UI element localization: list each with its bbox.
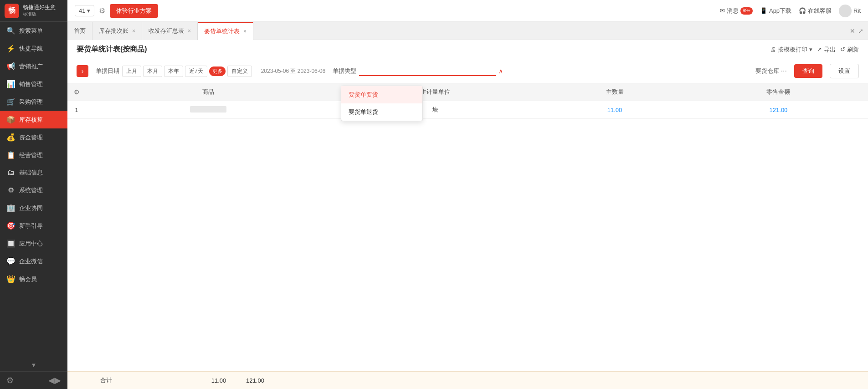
base-icon: 🗂 (6, 169, 15, 177)
tab-close-all-icon[interactable]: ✕ (850, 27, 855, 35)
message-badge: 99+ (740, 7, 753, 15)
col-settings: ⚙ (67, 83, 86, 101)
warehouse-more-icon[interactable]: ··· (781, 67, 787, 75)
tab-home[interactable]: 首页 (67, 22, 92, 40)
export-btn[interactable]: ↗ 导出 (817, 46, 836, 54)
sidebar-item-label: 库存核算 (19, 116, 43, 124)
tab-order-stats[interactable]: 要货单统计表 × (198, 22, 253, 40)
app-download-btn[interactable]: 📱 App下载 (760, 7, 791, 15)
dropdown-item-order-return[interactable]: 要货单退货 (341, 103, 422, 121)
sidebar-item-newbie[interactable]: 🎯 新手引导 (0, 217, 67, 235)
sidebar-item-finance[interactable]: 💰 资金管理 (0, 128, 67, 146)
sidebar-item-marketing[interactable]: 📢 营销推广 (0, 57, 67, 75)
footer-amount: 121.00 (237, 377, 273, 384)
date-filter-group: 单据日期 上月 本月 本年 近7天 更多 自定义 (96, 66, 252, 77)
sidebar-item-label: 营销推广 (19, 62, 43, 71)
type-input[interactable] (359, 67, 496, 76)
logo-text: 畅捷通好生意 (23, 4, 56, 11)
date-custom-btn[interactable]: 自定义 (227, 66, 252, 77)
tab-close-icon[interactable]: × (243, 28, 247, 35)
print-btn[interactable]: 🖨 按模板打印 ▾ (770, 46, 812, 54)
company-selector[interactable]: 41 ▾ (75, 5, 94, 16)
sidebar-item-operation[interactable]: 📋 经营管理 (0, 146, 67, 164)
tab-receive-summary[interactable]: 收发存汇总表 × (142, 22, 198, 40)
query-btn[interactable]: 查询 (794, 64, 822, 78)
sidebar-item-label: 资金管理 (19, 133, 43, 142)
footer-qty: 11.00 (200, 377, 237, 384)
product-placeholder (190, 106, 226, 113)
marketing-icon: 📢 (6, 62, 15, 71)
sales-icon: 📊 (6, 80, 15, 88)
table-row: 1 块 11.00 121.00 (67, 101, 868, 119)
sidebar-item-base[interactable]: 🗂 基础信息 (0, 164, 67, 181)
company-value: 41 (79, 7, 85, 14)
amount-link[interactable]: 121.00 (770, 107, 788, 113)
app-label: App下载 (769, 7, 791, 15)
sidebar-item-sales[interactable]: 📊 销售管理 (0, 75, 67, 93)
sidebar-item-shortcut[interactable]: ⚡ 快捷导航 (0, 40, 67, 57)
user-name: Rit (853, 7, 861, 14)
tab-close-icon[interactable]: × (188, 28, 191, 34)
user-avatar-btn[interactable]: Rit (839, 5, 861, 17)
topbar: 41 ▾ ⚙ 体验行业方案 ✉ 消息 99+ 📱 App下载 🎧 在线客服 R (67, 0, 868, 22)
tab-expand-icon[interactable]: ⤢ (858, 27, 863, 35)
tab-label: 库存批次账 (99, 27, 128, 35)
type-filter-group: 单据类型 ∧ (333, 67, 748, 76)
sidebar-logo: 畅 畅捷通好生意 标准版 (0, 0, 67, 22)
sidebar-item-inventory[interactable]: 📦 库存核算 (0, 111, 67, 128)
sidebar-item-label: 系统管理 (19, 186, 43, 194)
service-label: 在线客服 (808, 7, 832, 15)
sidebar-item-label: 采购管理 (19, 98, 43, 106)
cell-qty: 11.00 (540, 101, 689, 119)
settings-icon[interactable]: ⚙ (6, 375, 14, 385)
refresh-icon: ↺ (840, 46, 845, 53)
page-title: 要货单统计表(按商品) (77, 45, 147, 54)
qty-link[interactable]: 11.00 (607, 107, 622, 113)
table-footer-wrap: 合计 11.00 121.00 (67, 371, 868, 389)
dropdown-item-order-goods[interactable]: 要货单要货 (341, 86, 422, 103)
date-this-year-btn[interactable]: 本年 (164, 66, 183, 77)
date-last-month-btn[interactable]: 上月 (122, 66, 141, 77)
table-wrap: ⚙ 商品 主计量单位 主数量 零售金额 1 块 (67, 83, 868, 119)
finance-icon: 💰 (6, 133, 15, 142)
col-product: 商品 (86, 83, 331, 101)
topbar-gear-icon[interactable]: ⚙ (99, 6, 105, 15)
message-btn[interactable]: ✉ 消息 99+ (720, 7, 753, 15)
filter-toggle-btn[interactable]: › (77, 65, 88, 77)
newbie-icon: 🎯 (6, 221, 15, 230)
inventory-icon: 📦 (6, 115, 15, 124)
sidebar-item-search[interactable]: 🔍 搜索菜单 (0, 22, 67, 40)
tab-inventory-batch[interactable]: 库存批次账 × (92, 22, 142, 40)
service-btn[interactable]: 🎧 在线客服 (799, 7, 832, 15)
tabbar: 首页 库存批次账 × 收发存汇总表 × 要货单统计表 × ✕ ⤢ (67, 22, 868, 40)
system-icon: ⚙ (6, 186, 15, 194)
type-dropdown-icon[interactable]: ∧ (498, 67, 503, 75)
tab-close-icon[interactable]: × (132, 28, 135, 34)
sidebar-item-purchase[interactable]: 🛒 采购管理 (0, 93, 67, 111)
print-icon: 🖨 (770, 46, 776, 53)
collapse-icon[interactable]: ◀▶ (48, 375, 61, 385)
sidebar-item-label: 企业微信 (19, 257, 43, 266)
sidebar-bottom: ⚙ ◀▶ (0, 371, 67, 389)
trial-btn[interactable]: 体验行业方案 (110, 4, 158, 18)
sidebar-item-appstore[interactable]: 🔲 应用中心 (0, 235, 67, 252)
sidebar-item-system[interactable]: ⚙ 系统管理 (0, 181, 67, 199)
date-more-btn[interactable]: 更多 (209, 67, 226, 76)
sidebar-item-label: 搜索菜单 (19, 27, 43, 35)
warehouse-label: 要货仓库 (755, 67, 779, 75)
col-amount: 零售金额 (689, 83, 868, 101)
sidebar-item-wechat[interactable]: 💬 企业微信 (0, 252, 67, 270)
date-this-month-btn[interactable]: 本月 (143, 66, 162, 77)
filter-settings-btn[interactable]: 设置 (830, 64, 859, 78)
page-header: 要货单统计表(按商品) 🖨 按模板打印 ▾ ↗ 导出 ↺ 刷新 (67, 40, 868, 59)
sidebar-item-member[interactable]: 👑 畅会员 (0, 270, 67, 288)
message-icon: ✉ (720, 7, 725, 14)
logo-sub: 标准版 (23, 11, 56, 17)
sidebar-scroll-down[interactable]: ▼ (0, 359, 67, 371)
refresh-btn[interactable]: ↺ 刷新 (840, 46, 859, 54)
table-settings-icon[interactable]: ⚙ (74, 88, 80, 96)
date-7days-btn[interactable]: 近7天 (185, 66, 207, 77)
sidebar: 畅 畅捷通好生意 标准版 🔍 搜索菜单 ⚡ 快捷导航 📢 营销推广 📊 销售管理… (0, 0, 67, 389)
sidebar-item-enterprise[interactable]: 🏢 企业协同 (0, 199, 67, 217)
selector-chevron-icon: ▾ (87, 7, 90, 14)
